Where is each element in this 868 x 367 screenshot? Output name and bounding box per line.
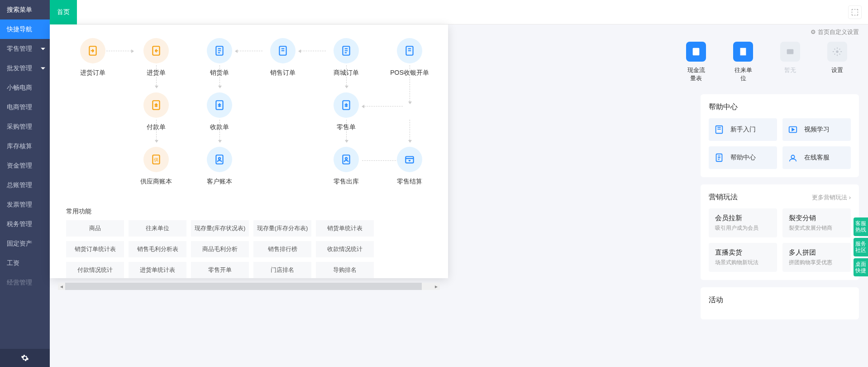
svg-text:供: 供 — [154, 157, 158, 162]
sidebar: 搜索菜单 快捷导航 零售管理 批发管理 小畅电商 电商管理 采购管理 库存核算 … — [0, 0, 50, 367]
scroll-track[interactable] — [65, 283, 433, 290]
sidebar-tax[interactable]: 税务管理 — [0, 214, 50, 234]
fn-guide-rank[interactable]: 导购排名 — [316, 262, 374, 278]
node-purchase-in[interactable]: 进货单 — [131, 38, 181, 77]
marketing-more[interactable]: 更多营销玩法 › — [812, 193, 851, 202]
tab-home[interactable]: 首页 — [50, 0, 77, 24]
sidebar-search[interactable]: 搜索菜单 — [0, 0, 50, 19]
fullscreen-button[interactable] — [848, 5, 862, 19]
node-mall-order[interactable]: 商城订单 — [321, 38, 371, 77]
fn-payment-stat[interactable]: 付款情况统计 — [66, 262, 124, 278]
help-service[interactable]: 在线客服 — [782, 146, 851, 169]
help-newbie[interactable]: 新手入门 — [709, 118, 777, 141]
sidebar-purchase[interactable]: 采购管理 — [0, 117, 50, 136]
node-payment[interactable]: 付款单 — [131, 92, 181, 131]
headset-icon — [788, 153, 798, 163]
tile-cashflow[interactable]: 现金流量表 — [686, 42, 706, 82]
fn-store-rank[interactable]: 门店排名 — [253, 262, 311, 278]
sidebar-inventory[interactable]: 库存核算 — [0, 136, 50, 156]
node-retail-out[interactable]: 零售出库 — [321, 147, 371, 186]
sidebar-quicknav[interactable]: 快捷导航 — [0, 19, 50, 39]
fn-stock-status[interactable]: 现存量(库存状况表) — [191, 220, 249, 237]
float-hotline[interactable]: 客服 热线 — [854, 217, 868, 236]
marketing-title: 营销玩法 — [709, 193, 738, 202]
quicknav-flyout: 进货订单 进货单 销货单 销售订单 商城订单 POS收银开单 付款单 收款单 零… — [50, 24, 448, 278]
scroll-left[interactable]: ◄ — [58, 283, 65, 290]
video-icon — [788, 125, 798, 135]
sidebar-funds[interactable]: 资金管理 — [0, 156, 50, 175]
topbar: 首页 — [50, 0, 868, 24]
fn-gross-product[interactable]: 商品毛利分析 — [191, 241, 249, 257]
sidebar-ecommerce[interactable]: 电商管理 — [0, 97, 50, 117]
market-group[interactable]: 多人拼团拼团购物享受优惠 — [782, 243, 851, 272]
help-center[interactable]: 帮助中心 — [709, 146, 777, 169]
svg-rect-0 — [693, 48, 700, 56]
fn-gross-sales[interactable]: 销售毛利分析表 — [129, 241, 186, 257]
sidebar-xcec[interactable]: 小畅电商 — [0, 78, 50, 97]
out-icon — [340, 154, 352, 165]
doc-in-icon — [87, 45, 99, 57]
doc-icon — [714, 153, 724, 163]
help-title: 帮助中心 — [709, 102, 738, 112]
sidebar-assets[interactable]: 固定资产 — [0, 234, 50, 253]
fn-retail-open[interactable]: 零售开单 — [191, 262, 249, 278]
svg-point-7 — [791, 155, 794, 159]
doc-icon — [277, 45, 289, 57]
customize-link[interactable]: ⚙ 首页自定义设置 — [701, 28, 859, 36]
fn-purchase-stat[interactable]: 进货单统计表 — [129, 262, 186, 278]
tile-partner[interactable]: 往来单位 — [733, 42, 753, 82]
sidebar-invoice[interactable]: 发票管理 — [0, 195, 50, 214]
svg-point-3 — [836, 50, 839, 53]
fn-stock-dist[interactable]: 现存量(库存分布表) — [253, 220, 311, 237]
help-video[interactable]: 视频学习 — [782, 118, 851, 141]
workflow-diagram: 进货订单 进货单 销货单 销售订单 商城订单 POS收银开单 付款单 收款单 零… — [54, 38, 444, 206]
node-sales-order[interactable]: 销售订单 — [258, 38, 308, 77]
fn-sales-stat[interactable]: 销货单统计表 — [316, 220, 374, 237]
float-desktop[interactable]: 桌面 快捷 — [854, 258, 868, 277]
node-retail[interactable]: 零售单 — [321, 92, 371, 131]
sidebar-ledger[interactable]: 总账管理 — [0, 175, 50, 195]
sidebar-wholesale[interactable]: 批发管理 — [0, 58, 50, 78]
node-purchase-order[interactable]: 进货订单 — [68, 38, 118, 77]
sidebar-settings[interactable] — [0, 349, 50, 367]
placeholder-icon — [785, 47, 795, 57]
quick-tiles: 现金流量表 往来单位 暂无 设置 — [701, 42, 859, 82]
sidebar-operate[interactable]: 经营管理 — [0, 273, 50, 292]
fn-product[interactable]: 商品 — [66, 220, 124, 237]
money-icon — [340, 99, 352, 111]
report-icon — [691, 47, 701, 57]
float-buttons: 客服 热线 服务 社区 桌面 快捷 — [854, 217, 868, 278]
fn-sales-rank[interactable]: 销售排行榜 — [253, 241, 311, 257]
node-receipt[interactable]: 收款单 — [195, 92, 244, 131]
scroll-thumb[interactable] — [65, 283, 422, 290]
fn-receipt-stat[interactable]: 收款情况统计 — [316, 241, 374, 257]
node-sales-out[interactable]: 销货单 — [195, 38, 244, 77]
sidebar-salary[interactable]: 工资 — [0, 253, 50, 273]
building-icon — [738, 47, 748, 57]
list-icon — [340, 45, 352, 57]
market-member[interactable]: 会员拉新吸引用户成为会员 — [709, 208, 777, 237]
fn-order-stat[interactable]: 销货订单统计表 — [66, 241, 124, 257]
market-fission[interactable]: 裂变分销裂变式发展分销商 — [782, 208, 851, 237]
market-live[interactable]: 直播卖货场景式购物新玩法 — [709, 243, 777, 272]
node-customer-ledger[interactable]: 客户账本 — [195, 147, 244, 186]
node-retail-settle[interactable]: 零售结算 — [385, 147, 434, 186]
sidebar-retail[interactable]: 零售管理 — [0, 39, 50, 58]
scroll-right[interactable]: ► — [433, 283, 440, 290]
gear-icon — [832, 47, 842, 57]
activity-title: 活动 — [709, 295, 723, 305]
float-community[interactable]: 服务 社区 — [854, 238, 868, 256]
svg-point-20 — [219, 158, 220, 159]
help-panel: 帮助中心 新手入门 视频学习 帮助中心 在线客服 — [701, 94, 859, 177]
svg-rect-23 — [405, 157, 413, 163]
node-pos[interactable]: POS收银开单 — [385, 38, 434, 77]
common-functions: 商品 往来单位 现存量(库存状况表) 现存量(库存分布表) 销货单统计表 销货订… — [54, 220, 444, 278]
fn-partner[interactable]: 往来单位 — [129, 220, 186, 237]
doc-out-icon — [150, 45, 162, 57]
tile-settings[interactable]: 设置 — [827, 42, 847, 82]
marketing-panel: 营销玩法更多营销玩法 › 会员拉新吸引用户成为会员 裂变分销裂变式发展分销商 直… — [701, 184, 859, 280]
node-supplier-ledger[interactable]: 供供应商账本 — [131, 147, 181, 186]
tile-none: 暂无 — [780, 42, 800, 82]
activity-panel: 活动 — [701, 287, 859, 319]
flyout-hscroll[interactable]: ◄ ► — [58, 283, 440, 290]
